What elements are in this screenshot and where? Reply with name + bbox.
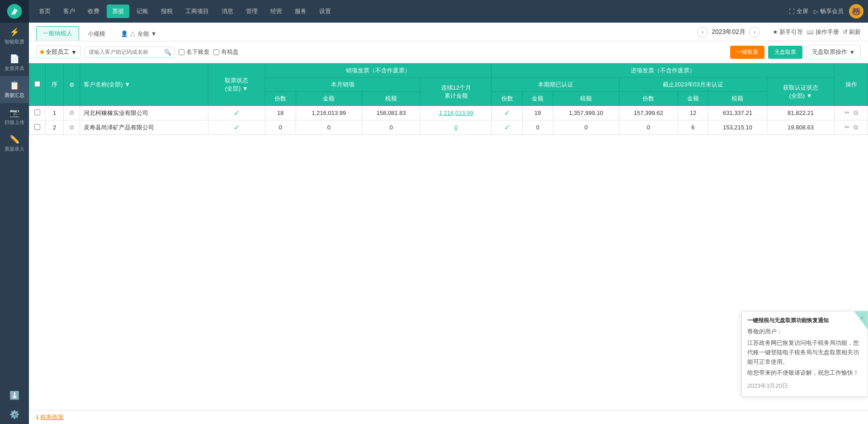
notification-apology: 给您带来的不便敬请谅解，祝您工作愉快！ — [747, 368, 862, 378]
row2-uncert-amount: 153,215.10 — [708, 120, 767, 135]
table-row: 2 ⚙ 灵寿县尚泽矿产品有限公司 ✓ 0 0 0 0 ✓ 0 0 0 6 153… — [29, 120, 868, 135]
tax-policy-label[interactable]: 税务政策 — [40, 413, 64, 421]
row1-gear[interactable]: ⚙ — [64, 106, 80, 120]
period-next-btn[interactable]: › — [749, 27, 760, 38]
tab-general-taxpayer[interactable]: 一般纳税人 — [36, 26, 79, 41]
topnav-item-settings-nav[interactable]: 设置 — [314, 5, 336, 18]
topnav-item-service[interactable]: 服务 — [289, 5, 312, 18]
toolbar-right: 一键取票 无盘取票 无盘取票操作 ▼ — [730, 45, 861, 59]
fullscreen-btn[interactable]: ⛶ 全屏 — [789, 7, 808, 15]
notification-close-btn[interactable]: × — [860, 314, 864, 321]
row2-sales-12m[interactable]: 0 — [420, 120, 492, 135]
sidebar-label-invoice-entry: 票据录入 — [5, 146, 24, 152]
sidebar-item-scan-upload[interactable]: 📷 扫描上传 — [0, 103, 29, 130]
sidebar-settings[interactable]: ⚙️ — [0, 405, 29, 424]
refresh-btn[interactable]: ↺ 刷新 — [843, 28, 861, 36]
row2-sales-count: 0 — [265, 120, 296, 135]
new-guide-label: 新手引导 — [779, 29, 803, 35]
more-ops-label: 无盘取票操作 — [812, 48, 847, 56]
sidebar-item-invoice-summary[interactable]: 📋 票据汇总 — [0, 76, 29, 103]
checkbox-account[interactable]: 名下账套 — [179, 48, 210, 56]
topnav-item-home[interactable]: 首页 — [33, 5, 56, 18]
more-ops-btn[interactable]: 无盘取票操作 ▼ — [806, 45, 861, 59]
tabs-nav-right: ‹ 2023年02月 › ★ 新手引导 📖 操作手册 ↺ 刷新 — [697, 27, 861, 40]
row1-sales-12m[interactable]: 1,216,013.99 — [420, 106, 492, 120]
sidebar-item-smart-deduct[interactable]: ⚡ 智能取票 — [0, 23, 29, 49]
row1-cert-status: ✓ — [492, 106, 523, 120]
tab-small-scale[interactable]: 小规模 — [81, 27, 112, 41]
toolbar: 全部员工 ▼ 🔍 名下账套 有税盘 一键取票 无盘取票 无盘取票操作 ▼ — [29, 41, 868, 63]
checkbox-account-input[interactable] — [179, 49, 184, 55]
employee-select[interactable]: 全部员工 ▼ — [36, 46, 81, 58]
row1-num: 1 — [46, 106, 64, 120]
table-row: 1 ⚙ 河北柯橡橡实业有限公司 ✓ 18 1,216,013.99 158,08… — [29, 106, 868, 120]
row2-sales-tax: 0 — [362, 120, 420, 135]
period-prev-btn[interactable]: ‹ — [697, 27, 708, 38]
th-num: 序 — [46, 64, 64, 106]
one-click-btn[interactable]: 一键取票 — [730, 46, 764, 59]
tab-all[interactable]: 👤 △ 全能 ▼ — [114, 27, 164, 41]
employee-label: 全部员工 — [46, 48, 69, 56]
row2-12m-link[interactable]: 0 — [454, 124, 458, 131]
th-purchase-tax1: 税额 — [553, 92, 619, 106]
row2-num: 2 — [46, 120, 64, 135]
sidebar-download[interactable]: ⬇️ — [0, 386, 29, 405]
topnav-items: 首页 客户 收费 票据 记账 报税 工商项目 消息 管理 经营 服务 设置 — [33, 5, 789, 18]
th-checkbox — [29, 64, 46, 106]
checkbox-tax-input[interactable] — [213, 49, 219, 55]
sidebar-item-issue-invoice[interactable]: 📄 发票开具 — [0, 49, 29, 76]
issue-invoice-icon: 📄 — [9, 54, 19, 64]
topnav-item-message[interactable]: 消息 — [216, 5, 239, 18]
th-12m-cum: 连续12个月累计金额 — [420, 78, 492, 106]
invoice-entry-icon: ✏️ — [9, 134, 19, 144]
th-purchase-group: 进项发票（不含作废票） — [492, 64, 835, 78]
topnav-item-management[interactable]: 管理 — [241, 5, 263, 18]
main-table: 序 ⚙ 客户名称(全部) ▼ 取票状态(全部) ▼ 销项发票（不含作废票） 进项… — [29, 63, 868, 135]
avatar[interactable]: 🐻 — [849, 4, 863, 19]
th-gear: ⚙ — [64, 64, 80, 106]
th-sales-tax: 税额 — [362, 92, 420, 106]
sidebar: ⚡ 智能取票 📄 发票开具 📋 票据汇总 📷 扫描上传 ✏️ 票据录入 ⬇️ ⚙… — [0, 0, 29, 424]
topnav-item-operations[interactable]: 经营 — [265, 5, 288, 18]
row2-cert-icon: ✓ — [504, 124, 510, 131]
notification-content: 江苏政务网已恢复访问电子税务局功能，您代账一键登陆电子税务局与无盘取票相关功能可… — [747, 338, 862, 367]
manual-btn[interactable]: 📖 操作手册 — [807, 28, 839, 36]
topnav-item-tax[interactable]: 报税 — [156, 5, 178, 18]
table-body: 1 ⚙ 河北柯橡橡实业有限公司 ✓ 18 1,216,013.99 158,08… — [29, 106, 868, 135]
search-input[interactable] — [85, 47, 175, 57]
row1-edit-icon[interactable]: ✏ — [844, 109, 850, 116]
bottom-bar: ℹ 税务政策 — [29, 410, 868, 424]
no-disk-btn[interactable]: 无盘取票 — [768, 46, 802, 59]
row2-gear[interactable]: ⚙ — [64, 120, 80, 135]
row1-purchase-amount: 1,357,999.10 — [553, 106, 619, 120]
row2-cert-status: ✓ — [492, 120, 523, 135]
vip-btn[interactable]: ▷ 畅享会员 — [814, 7, 844, 15]
vip-label: 畅享会员 — [820, 7, 844, 15]
topnav-item-invoice[interactable]: 票据 — [107, 5, 129, 18]
sidebar-item-invoice-entry[interactable]: ✏️ 票据录入 — [0, 130, 29, 157]
row1-checkbox[interactable] — [29, 106, 46, 120]
search-wrap: 🔍 — [85, 47, 175, 57]
row2-purchase-amount: 0 — [553, 120, 619, 135]
sidebar-logo — [0, 0, 29, 23]
new-guide-btn[interactable]: ★ 新手引导 — [773, 28, 803, 36]
topnav-item-bookkeeping[interactable]: 记账 — [131, 5, 154, 18]
topnav-item-client[interactable]: 客户 — [58, 5, 80, 18]
all-tab-icon: 👤 — [121, 30, 128, 37]
row1-12m-link[interactable]: 1,216,013.99 — [439, 110, 473, 116]
row1-copy-icon[interactable]: ⧉ — [854, 109, 858, 116]
checkbox-tax[interactable]: 有税盘 — [213, 48, 239, 56]
fullscreen-icon: ⛶ — [789, 8, 795, 15]
download-icon: ⬇️ — [9, 391, 19, 400]
row1-uncert-count: 12 — [678, 106, 708, 120]
row2-copy-icon[interactable]: ⧉ — [854, 124, 858, 131]
row2-status-icon: ✓ — [234, 124, 240, 131]
topnav-item-billing[interactable]: 收费 — [82, 5, 105, 18]
row2-checkbox[interactable] — [29, 120, 46, 135]
row1-uncert-amount: 631,337.21 — [708, 106, 767, 120]
sidebar-label-invoice-summary: 票据汇总 — [5, 92, 24, 98]
row2-edit-icon[interactable]: ✏ — [844, 124, 850, 131]
topnav-item-business[interactable]: 工商项目 — [180, 5, 214, 18]
row1-sales-tax: 158,081.83 — [362, 106, 420, 120]
select-all-checkbox[interactable] — [34, 81, 40, 87]
